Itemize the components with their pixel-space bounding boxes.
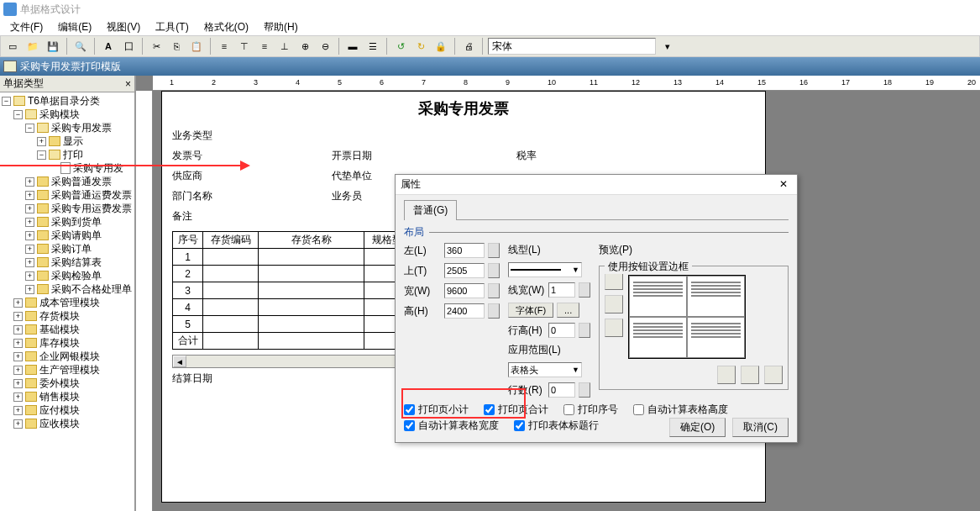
tab-general[interactable]: 普通(G) <box>404 200 457 220</box>
rowheight-input[interactable] <box>548 323 575 338</box>
expander-icon[interactable]: + <box>13 379 23 388</box>
chk-print-seq[interactable]: 打印序号 <box>563 403 618 417</box>
field-tool-icon[interactable]: 囗 <box>120 38 137 55</box>
border-l-button[interactable] <box>717 366 736 384</box>
border-r-button[interactable] <box>764 366 783 384</box>
top-input[interactable] <box>444 263 485 278</box>
copy-icon[interactable]: ⎘ <box>168 38 185 55</box>
linetype-combo[interactable]: ▼ <box>508 262 582 277</box>
menu-icon[interactable]: ☰ <box>364 38 381 55</box>
expander-icon[interactable]: + <box>25 218 34 227</box>
font-selector[interactable]: 宋体 <box>488 38 656 55</box>
field-label[interactable]: 发票号 <box>172 149 332 163</box>
print-icon[interactable]: 🖨 <box>460 38 477 55</box>
chk-auto-width[interactable]: 自动计算表格宽度 <box>404 419 499 433</box>
expander-icon[interactable]: + <box>13 312 23 321</box>
paste-icon[interactable]: 📋 <box>188 38 205 55</box>
close-icon[interactable]: ✕ <box>775 178 792 192</box>
expander-icon[interactable]: + <box>25 271 34 281</box>
border-top-button[interactable] <box>605 271 623 290</box>
field-label[interactable]: 税率 <box>516 149 642 163</box>
expander-icon[interactable]: + <box>13 339 23 348</box>
expander-icon[interactable]: + <box>13 298 23 308</box>
left-input[interactable] <box>444 243 485 258</box>
border-bot-button[interactable] <box>605 319 623 337</box>
linewidth-input[interactable] <box>548 282 575 298</box>
alignc-icon[interactable]: ⊕ <box>296 38 313 55</box>
field-label[interactable]: 供应商 <box>172 169 332 183</box>
spinner[interactable] <box>579 323 590 338</box>
font-button[interactable]: 字体(F) <box>508 303 553 318</box>
expander-icon[interactable]: − <box>13 110 23 119</box>
cancel-button[interactable]: 取消(C) <box>732 418 789 437</box>
alignr-icon[interactable]: ≡ <box>256 38 273 55</box>
spinner[interactable] <box>579 382 590 398</box>
field-label[interactable]: 结算日期 <box>172 371 332 386</box>
border-c-button[interactable] <box>741 366 759 384</box>
chk-print-header[interactable]: 打印表体标题行 <box>514 419 599 433</box>
chk-page-subtotal[interactable]: 打印页小计 <box>404 403 469 417</box>
text-tool-icon[interactable]: A <box>100 38 117 55</box>
field-label[interactable]: 开票日期 <box>332 149 516 163</box>
redo-icon[interactable]: ↻ <box>412 38 429 55</box>
menu-view[interactable]: 视图(V) <box>100 18 147 36</box>
field-label[interactable]: 业务类型 <box>172 129 332 143</box>
alignl-icon[interactable]: ≡ <box>216 38 233 55</box>
expander-icon[interactable]: + <box>13 406 23 415</box>
expander-icon[interactable]: + <box>25 285 34 294</box>
menu-format[interactable]: 格式化(O) <box>197 18 255 36</box>
spinner[interactable] <box>488 303 500 319</box>
field-label[interactable]: 部门名称 <box>172 189 332 203</box>
expander-icon[interactable]: + <box>13 419 23 429</box>
menu-edit[interactable]: 编辑(E) <box>51 18 98 36</box>
folder-icon <box>25 392 37 402</box>
more-button[interactable]: ... <box>557 303 579 318</box>
expander-icon[interactable]: − <box>2 97 11 106</box>
lock-icon[interactable]: 🔒 <box>432 38 449 55</box>
expander-icon[interactable]: + <box>25 204 34 213</box>
preview-icon[interactable]: 🔍 <box>72 38 89 55</box>
expander-icon[interactable]: − <box>37 150 46 160</box>
new-icon[interactable]: ▭ <box>4 38 21 55</box>
width-input[interactable] <box>444 283 485 298</box>
expander-icon[interactable]: + <box>25 191 34 200</box>
doc-title[interactable]: 采购专用发票 <box>162 92 765 125</box>
cut-icon[interactable]: ✂ <box>148 38 165 55</box>
alignm-icon[interactable]: ⊖ <box>317 38 333 55</box>
data-table[interactable]: 序号存货编码存货名称规格型号 1 2 3 4 5 合计 <box>172 231 420 350</box>
undo-icon[interactable]: ↺ <box>392 38 409 55</box>
expander-icon[interactable]: + <box>13 325 23 335</box>
height-input[interactable] <box>444 303 485 319</box>
bold-icon[interactable]: ▬ <box>344 38 361 55</box>
sidebar-close-icon[interactable]: × <box>125 78 131 90</box>
expander-icon[interactable]: + <box>25 258 34 267</box>
chk-page-total[interactable]: 打印页合计 <box>484 403 548 417</box>
scope-combo[interactable]: 表格头▼ <box>508 362 582 377</box>
field-label[interactable]: 备注 <box>172 209 332 224</box>
border-mid-button[interactable] <box>605 295 623 313</box>
menu-file[interactable]: 文件(F) <box>3 18 50 36</box>
expander-icon[interactable]: + <box>13 392 23 402</box>
spinner[interactable] <box>488 263 500 278</box>
expander-icon[interactable]: + <box>25 177 34 187</box>
expander-icon[interactable]: + <box>13 352 23 361</box>
menu-help[interactable]: 帮助(H) <box>257 18 305 36</box>
expander-icon[interactable]: + <box>13 366 23 375</box>
alignb-icon[interactable]: ⊥ <box>276 38 293 55</box>
chk-auto-height[interactable]: 自动计算表格高度 <box>633 403 728 417</box>
rows-input[interactable] <box>548 382 575 398</box>
expander-icon[interactable]: + <box>25 245 34 254</box>
ok-button[interactable]: 确定(O) <box>669 418 726 437</box>
spinner[interactable] <box>579 282 590 298</box>
expander-icon[interactable]: − <box>25 124 34 133</box>
menu-tools[interactable]: 工具(T) <box>149 18 195 36</box>
spinner[interactable] <box>488 243 500 258</box>
expander-icon[interactable]: + <box>37 137 46 146</box>
spinner[interactable] <box>488 283 500 298</box>
font-dd-icon[interactable]: ▾ <box>659 38 676 55</box>
expander-icon[interactable]: + <box>25 231 34 240</box>
save-icon[interactable]: 💾 <box>45 38 61 55</box>
tree[interactable]: −T6单据目录分类 −采购模块 −采购专用发票 +显示 −打印 采购专用发 +采… <box>0 92 134 511</box>
alignt-icon[interactable]: ⊤ <box>236 38 253 55</box>
open-icon[interactable]: 📁 <box>24 38 41 55</box>
